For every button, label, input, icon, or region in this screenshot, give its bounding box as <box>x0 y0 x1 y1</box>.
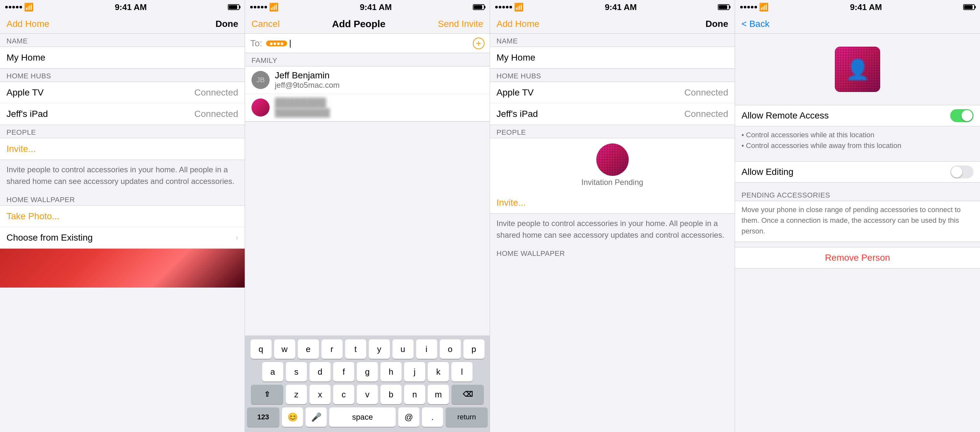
wifi-icon-2: 📶 <box>269 3 279 12</box>
allow-editing-toggle[interactable] <box>950 165 974 178</box>
key-m[interactable]: m <box>428 385 449 404</box>
home-hubs-list-1: Apple TV Connected Jeff's iPad Connected <box>0 82 245 125</box>
wallpaper-list-1: Take Photo... Choose from Existing › <box>0 205 245 249</box>
key-c[interactable]: c <box>333 385 354 404</box>
keyboard-row-1: q w e r t y u i o p <box>247 339 488 359</box>
contact-jeff[interactable]: JB Jeff Benjamin jeff@9to5mac.com <box>245 67 490 94</box>
contact-blurred[interactable]: ████████ ██████████ <box>245 94 490 121</box>
home-hubs-header-1: HOME HUBS <box>0 69 245 82</box>
key-s[interactable]: s <box>286 362 307 381</box>
home-name-item-3[interactable]: My Home <box>490 47 735 68</box>
keyboard-row-3: ⇧ z x c v b n m ⌫ <box>247 385 488 404</box>
family-header: FAMILY <box>245 53 490 66</box>
choose-existing-item[interactable]: Choose from Existing › <box>0 227 245 248</box>
key-i[interactable]: i <box>416 339 437 359</box>
key-u[interactable]: u <box>393 339 414 359</box>
key-b[interactable]: b <box>380 385 401 404</box>
add-home-button-3[interactable]: Add Home <box>496 19 539 29</box>
people-section-3: Invitation Pending Invite... <box>490 138 735 214</box>
key-h[interactable]: h <box>380 362 401 381</box>
key-emoji[interactable]: 😊 <box>282 407 303 427</box>
key-backspace[interactable]: ⌫ <box>452 385 484 404</box>
name-list-3: My Home <box>490 47 735 69</box>
wifi-icon: 📶 <box>24 3 34 12</box>
key-v[interactable]: v <box>357 385 378 404</box>
take-photo-item[interactable]: Take Photo... <box>0 206 245 227</box>
done-button-3[interactable]: Done <box>705 19 728 29</box>
jeffs-ipad-item-1: Jeff's iPad Connected <box>0 103 245 125</box>
key-w[interactable]: w <box>274 339 295 359</box>
jeffs-ipad-status-3: Connected <box>684 109 728 119</box>
key-d[interactable]: d <box>310 362 331 381</box>
key-o[interactable]: o <box>440 339 461 359</box>
remote-access-toggle[interactable] <box>950 109 974 122</box>
key-t[interactable]: t <box>345 339 366 359</box>
key-mic[interactable]: 🎤 <box>305 407 327 427</box>
key-a[interactable]: a <box>262 362 283 381</box>
chevron-right-icon: › <box>235 233 238 242</box>
status-left-2: 📶 <box>250 3 279 12</box>
jeffs-ipad-status-1: Connected <box>194 109 238 119</box>
done-button-1[interactable]: Done <box>215 19 238 29</box>
key-n[interactable]: n <box>404 385 425 404</box>
recipient-chip[interactable] <box>266 40 287 46</box>
key-l[interactable]: l <box>452 362 473 381</box>
key-y[interactable]: y <box>369 339 390 359</box>
panel-person-detail: 📶 9:41 AM < Back 👤 Allow Remote Access C… <box>735 0 980 432</box>
key-j[interactable]: j <box>404 362 425 381</box>
cancel-button[interactable]: Cancel <box>251 19 280 29</box>
invite-item-1[interactable]: Invite... <box>0 138 245 160</box>
invite-label-3[interactable]: Invite... <box>496 197 526 208</box>
status-right-4 <box>963 4 975 10</box>
add-home-button[interactable]: Add Home <box>6 19 49 29</box>
contacts-list: JB Jeff Benjamin jeff@9to5mac.com ██████… <box>245 66 490 122</box>
key-g[interactable]: g <box>357 362 378 381</box>
invite-label-1[interactable]: Invite... <box>6 144 36 154</box>
pixelated-overlay <box>596 143 629 176</box>
key-z[interactable]: z <box>286 385 307 404</box>
take-photo-label[interactable]: Take Photo... <box>6 211 59 221</box>
blurred-avatar <box>251 98 270 117</box>
status-left-3: 📶 <box>495 3 524 12</box>
home-name-item[interactable]: My Home <box>0 47 245 68</box>
toggle-knob-off <box>951 167 962 178</box>
key-x[interactable]: x <box>310 385 331 404</box>
home-hubs-list-3: Apple TV Connected Jeff's iPad Connected <box>490 82 735 125</box>
home-name-value: My Home <box>6 52 45 63</box>
person-cell[interactable]: Invitation Pending <box>490 138 735 192</box>
invite-item-3[interactable]: Invite... <box>490 192 735 213</box>
add-recipient-button[interactable]: + <box>473 38 485 49</box>
jeff-avatar: JB <box>251 71 270 89</box>
key-f[interactable]: f <box>333 362 354 381</box>
blurred-email: ██████████ <box>275 108 330 117</box>
toggle-knob-on <box>961 110 972 121</box>
key-r[interactable]: r <box>321 339 342 359</box>
key-e[interactable]: e <box>298 339 319 359</box>
wifi-icon-3: 📶 <box>514 3 524 12</box>
people-desc-1: Invite people to control accessories in … <box>0 160 245 192</box>
key-space[interactable]: space <box>329 407 396 427</box>
key-shift[interactable]: ⇧ <box>251 385 283 404</box>
wifi-icon-4: 📶 <box>759 3 769 12</box>
spacer <box>245 122 490 335</box>
time-display-4: 9:41 AM <box>850 2 882 12</box>
key-at[interactable]: @ <box>398 407 419 427</box>
large-avatar-container: 👤 <box>735 34 980 105</box>
name-list-group: My Home <box>0 47 245 69</box>
key-k[interactable]: k <box>428 362 449 381</box>
people-desc-3: Invite people to control accessories in … <box>490 214 735 246</box>
signal-icon <box>5 6 22 8</box>
remove-person-button[interactable]: Remove Person <box>735 247 980 268</box>
jeff-email: jeff@9to5mac.com <box>275 81 340 90</box>
pending-accessories-desc: Move your phone in close range of pendin… <box>735 201 980 242</box>
key-p[interactable]: p <box>463 339 485 359</box>
key-return[interactable]: return <box>445 407 488 427</box>
key-q[interactable]: q <box>250 339 272 359</box>
status-right-1 <box>228 4 240 10</box>
key-period[interactable]: . <box>422 407 443 427</box>
back-button[interactable]: < Back <box>741 19 769 29</box>
send-invite-button[interactable]: Send Invite <box>438 19 483 29</box>
keyboard-row-2: a s d f g h j k l <box>247 362 488 381</box>
key-123[interactable]: 123 <box>247 407 279 427</box>
name-header-3: NAME <box>490 34 735 47</box>
